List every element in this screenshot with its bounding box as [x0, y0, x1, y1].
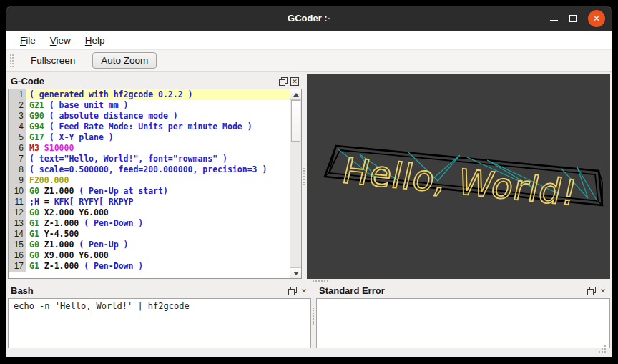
- line-number: 4: [9, 122, 26, 132]
- gcode-line-text: G1 Z-1.000 ( Pen-Down ): [26, 261, 290, 272]
- dock-area: G-Code ✕ 1( generated with hf2gcode 0.2.…: [6, 72, 612, 357]
- line-number: 6: [9, 143, 26, 154]
- bash-panel-title: Bash: [11, 285, 34, 296]
- gcode-line-text: F200.000: [26, 175, 290, 186]
- toolbar-separator: [19, 54, 19, 67]
- scroll-up-icon[interactable]: [290, 89, 301, 100]
- gcode-line-text: G17 ( X-Y plane ): [26, 132, 290, 143]
- stderr-panel-title: Standard Error: [319, 285, 385, 296]
- gcode-line[interactable]: 14G1 Y-4.500: [9, 229, 290, 240]
- engraved-text-group: Hello, World!: [338, 150, 581, 214]
- gcode-line[interactable]: 15G0 Z1.000 ( Pen-Up ): [9, 240, 290, 250]
- gcode-line-text: ( generated with hf2gcode 0.2.2 ): [26, 89, 290, 100]
- resize-grip-icon[interactable]: [599, 345, 607, 353]
- line-number: 14: [9, 229, 26, 240]
- gcode-line[interactable]: 13G1 Z-1.000 ( Pen-Down ): [9, 218, 290, 229]
- gcode-line[interactable]: 7( text="Hello, World!", font="rowmans" …: [9, 154, 290, 164]
- gcode-line[interactable]: 16G0 X9.000 Y6.000: [9, 250, 290, 261]
- close-panel-icon[interactable]: ✕: [300, 287, 308, 295]
- float-panel-icon[interactable]: [288, 287, 297, 295]
- line-number: 3: [9, 111, 26, 122]
- scrollbar-track[interactable]: [290, 100, 301, 267]
- line-number: 11: [9, 197, 26, 207]
- gcode-editor[interactable]: 1( generated with hf2gcode 0.2.2 )2G21 (…: [8, 89, 302, 279]
- gcode-line[interactable]: 1( generated with hf2gcode 0.2.2 ): [9, 89, 290, 100]
- gcode-panel-title: G-Code: [11, 76, 44, 87]
- gcode-line-text: G0 Z1.000 ( Pen-Up at start): [26, 186, 290, 197]
- gcode-scrollbar[interactable]: [290, 89, 301, 278]
- gcode-line[interactable]: 4G94 ( Feed Rate Mode: Units per minute …: [9, 122, 290, 132]
- gcode-line-text: G0 Z1.000 ( Pen-Up ): [26, 240, 290, 250]
- vertical-splitter[interactable]: [302, 74, 307, 279]
- gcode-line[interactable]: 3G90 ( absolute distance mode ): [9, 111, 290, 122]
- menu-item-help[interactable]: Help: [78, 33, 112, 48]
- gcode-line-text: ( scale=0.500000, feed=200.000000, preci…: [26, 164, 290, 175]
- gcode-line[interactable]: 11;H = KFK[ RYFY[ RKPYP: [9, 197, 290, 207]
- gcode-line[interactable]: 2G21 ( base unit mm ): [9, 100, 290, 111]
- gcode-line-text: G0 X2.000 Y6.000: [26, 207, 290, 218]
- horizontal-splitter[interactable]: [8, 279, 610, 283]
- preview-viewport[interactable]: Hello, World!: [307, 74, 610, 279]
- gcode-line[interactable]: 6M3 S10000: [9, 143, 290, 154]
- gcode-line-text: ( text="Hello, World!", font="rowmans" ): [26, 154, 290, 164]
- line-number: 2: [9, 100, 26, 111]
- window-controls: ✕: [550, 10, 612, 27]
- titlebar: GCoder :- ✕: [6, 6, 612, 31]
- scrollbar-thumb[interactable]: [291, 100, 300, 142]
- gcode-line-text: G0 X9.000 Y6.000: [26, 250, 290, 261]
- close-icon[interactable]: ✕: [588, 10, 605, 27]
- line-number: 15: [9, 240, 26, 250]
- line-number: 16: [9, 250, 26, 261]
- line-number: 12: [9, 207, 26, 218]
- gcode-line[interactable]: 5G17 ( X-Y plane ): [9, 132, 290, 143]
- stderr-panel-titlebar: Standard Error ✕: [316, 283, 610, 298]
- line-number: 5: [9, 132, 26, 143]
- vertical-splitter[interactable]: [311, 283, 316, 348]
- bash-panel: Bash ✕ echo -n 'Hello, World!' | hf2gcod…: [8, 283, 311, 348]
- fullscreen-button[interactable]: Fullscreen: [24, 53, 82, 68]
- line-number: 7: [9, 154, 26, 164]
- toolbar-separator: [87, 54, 87, 67]
- gcode-panel: G-Code ✕ 1( generated with hf2gcode 0.2.…: [8, 74, 302, 279]
- scroll-down-icon[interactable]: [290, 267, 301, 278]
- engraved-text: Hello, World!: [338, 150, 581, 214]
- toolbar-drag-handle[interactable]: [10, 54, 14, 67]
- gcode-line-text: G21 ( base unit mm ): [26, 100, 290, 111]
- stderr-output[interactable]: [316, 298, 610, 348]
- float-panel-icon[interactable]: [279, 77, 288, 86]
- line-number: 9: [9, 175, 26, 186]
- toolbar: Fullscreen Auto Zoom: [6, 50, 612, 72]
- menubar: FileViewHelp: [6, 31, 612, 50]
- line-number: 13: [9, 218, 26, 229]
- float-panel-icon[interactable]: [587, 287, 596, 295]
- gcode-panel-titlebar: G-Code ✕: [8, 74, 302, 89]
- gcode-line[interactable]: 8( scale=0.500000, feed=200.000000, prec…: [9, 164, 290, 175]
- menu-item-file[interactable]: File: [13, 33, 43, 48]
- close-panel-icon[interactable]: ✕: [599, 287, 607, 295]
- gcode-line-text: G1 Y-4.500: [26, 229, 290, 240]
- gcode-editor-lines[interactable]: 1( generated with hf2gcode 0.2.2 )2G21 (…: [9, 89, 290, 278]
- bash-panel-titlebar: Bash ✕: [8, 283, 311, 298]
- minimize-icon[interactable]: [550, 14, 558, 22]
- maximize-icon[interactable]: [569, 15, 577, 22]
- gcode-line-text: G90 ( absolute distance mode ): [26, 111, 290, 122]
- line-number: 1: [9, 89, 26, 100]
- gcode-line-text: G94 ( Feed Rate Mode: Units per minute M…: [26, 122, 290, 132]
- line-number: 17: [9, 261, 26, 272]
- gcode-line[interactable]: 17G1 Z-1.000 ( Pen-Down ): [9, 261, 290, 272]
- gcode-line[interactable]: 9F200.000: [9, 175, 290, 186]
- gcode-line[interactable]: 12G0 X2.000 Y6.000: [9, 207, 290, 218]
- gcode-3d-preview: Hello, World!: [307, 74, 610, 279]
- gcode-line-text: ;H = KFK[ RYFY[ RKPYP: [26, 197, 290, 207]
- gcode-line-text: G1 Z-1.000 ( Pen-Down ): [26, 218, 290, 229]
- menu-item-view[interactable]: View: [43, 33, 78, 48]
- gcode-line-text: M3 S10000: [26, 143, 290, 154]
- line-number: 10: [9, 186, 26, 197]
- gcode-line[interactable]: 10G0 Z1.000 ( Pen-Up at start): [9, 186, 290, 197]
- stderr-panel: Standard Error ✕: [316, 283, 610, 348]
- window-title: GCoder :-: [6, 13, 612, 24]
- auto-zoom-button[interactable]: Auto Zoom: [92, 52, 157, 69]
- bash-input[interactable]: echo -n 'Hello, World!' | hf2gcode: [8, 298, 311, 348]
- line-number: 8: [9, 164, 26, 175]
- close-panel-icon[interactable]: ✕: [290, 77, 299, 86]
